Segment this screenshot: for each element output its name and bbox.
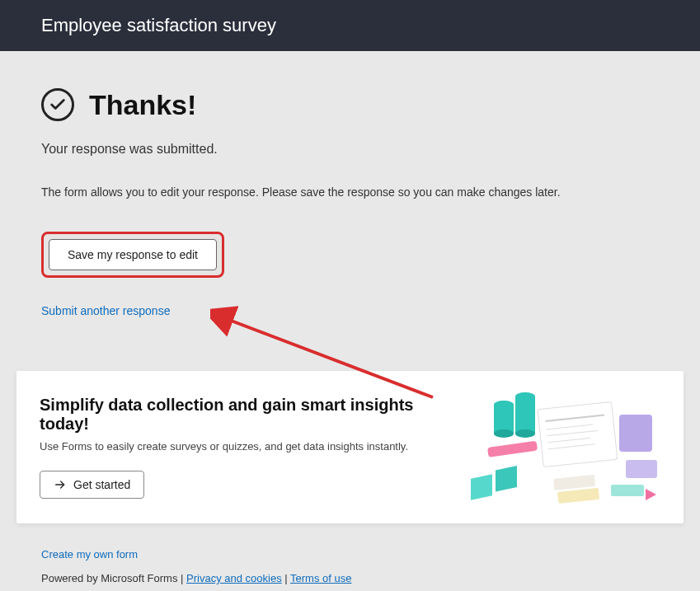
svg-rect-9: [487, 440, 538, 457]
svg-marker-23: [646, 489, 656, 500]
svg-point-8: [515, 429, 535, 438]
svg-rect-18: [619, 415, 652, 452]
promo-illustration: [463, 382, 660, 514]
promo-card: Simplify data collection and gain smart …: [16, 371, 684, 523]
save-response-button[interactable]: Save my response to edit: [49, 239, 217, 270]
svg-point-5: [494, 429, 514, 438]
main-content: Thanks! Your response was submitted. The…: [0, 51, 700, 334]
header-bar: Employee satisfaction survey: [0, 0, 700, 51]
svg-rect-19: [626, 460, 657, 478]
create-form-link[interactable]: Create my own form: [41, 548, 138, 561]
arrow-right-icon: [54, 478, 67, 491]
checkmark-icon: [41, 88, 74, 121]
promo-title: Simplify data collection and gain smart …: [40, 396, 463, 434]
get-started-label: Get started: [73, 478, 130, 491]
footer-sep: |: [282, 572, 290, 584]
thanks-header: Thanks!: [41, 88, 659, 121]
promo-text: Simplify data collection and gain smart …: [40, 396, 463, 499]
get-started-button[interactable]: Get started: [40, 471, 144, 499]
powered-by: Powered by Microsoft Forms | Privacy and…: [41, 572, 659, 584]
annotation-highlight: Save my response to edit: [41, 232, 224, 278]
submit-another-link[interactable]: Submit another response: [41, 304, 659, 317]
terms-link[interactable]: Terms of use: [290, 572, 351, 584]
footer: Create my own form Powered by Microsoft …: [0, 523, 700, 584]
powered-text: Powered by Microsoft Forms |: [41, 572, 186, 584]
submitted-message: Your response was submitted.: [41, 142, 659, 157]
svg-rect-20: [611, 485, 644, 496]
svg-rect-12: [538, 401, 618, 467]
survey-title: Employee satisfaction survey: [41, 15, 276, 35]
promo-subtitle: Use Forms to easily create surveys or qu…: [40, 440, 463, 453]
svg-rect-4: [494, 405, 514, 434]
edit-info-text: The form allows you to edit your respons…: [41, 185, 659, 199]
svg-rect-7: [515, 396, 535, 434]
svg-rect-22: [557, 487, 599, 503]
privacy-link[interactable]: Privacy and cookies: [186, 572, 282, 584]
svg-rect-11: [496, 465, 517, 491]
thanks-heading: Thanks!: [89, 89, 196, 121]
svg-rect-21: [553, 474, 595, 490]
svg-rect-10: [471, 474, 492, 500]
